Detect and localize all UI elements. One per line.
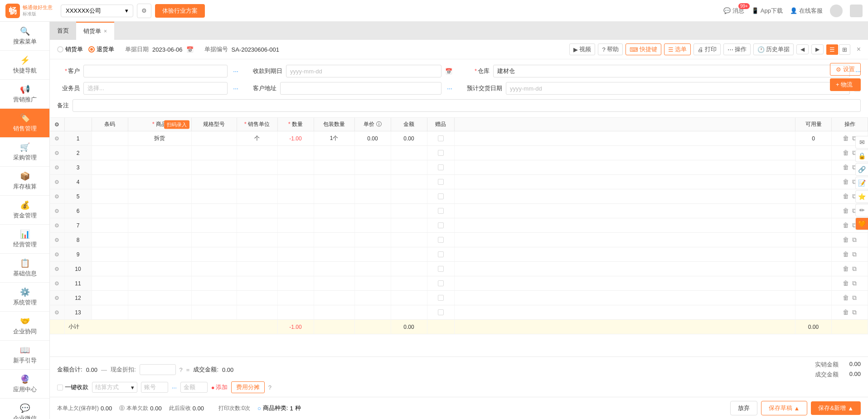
- row-gift-cell[interactable]: [427, 189, 454, 204]
- sidebar-item-quick[interactable]: ⚡ 快捷导航: [0, 51, 49, 80]
- row-barcode-cell[interactable]: [92, 218, 128, 233]
- row-gift-cell[interactable]: [427, 247, 454, 262]
- float-msg-btn[interactable]: ✉: [855, 136, 868, 149]
- company-selector[interactable]: XXXXXX公司 ▾: [61, 5, 133, 17]
- sidebar-item-purchase[interactable]: 🛒 采购管理: [0, 138, 49, 167]
- row-unit-cell[interactable]: 个: [237, 131, 277, 146]
- next-btn[interactable]: ▶: [811, 44, 824, 54]
- row-product-cell[interactable]: [128, 204, 191, 218]
- delete-icon[interactable]: 🗑: [843, 193, 849, 200]
- row-amount-cell[interactable]: [391, 247, 427, 262]
- row-pkg-cell[interactable]: [314, 218, 354, 233]
- row-product-cell[interactable]: [128, 291, 191, 305]
- float-note-btn[interactable]: 📝: [855, 177, 868, 189]
- date-calendar-icon[interactable]: 📅: [186, 46, 194, 53]
- row-gift-cell[interactable]: [427, 233, 454, 247]
- delete-icon[interactable]: 🗑: [843, 308, 849, 316]
- row-spec-cell[interactable]: [191, 233, 237, 247]
- save-draft-btn[interactable]: 保存草稿 ▲: [761, 401, 808, 415]
- row-barcode-cell[interactable]: [92, 160, 128, 175]
- row-price-cell[interactable]: 0.00: [354, 131, 391, 146]
- row-product-cell[interactable]: [128, 218, 191, 233]
- row-product-cell[interactable]: [128, 146, 191, 160]
- delete-icon[interactable]: 🗑: [843, 250, 849, 258]
- row-product-cell[interactable]: [128, 189, 191, 204]
- row-amount-cell[interactable]: [391, 189, 427, 204]
- row-price-cell[interactable]: [354, 305, 391, 320]
- row-amount-cell[interactable]: [391, 305, 427, 320]
- avatar[interactable]: [830, 5, 843, 17]
- row-qty-cell[interactable]: [277, 160, 314, 175]
- row-gift-cell[interactable]: [427, 175, 454, 189]
- copy-icon[interactable]: ⧉: [852, 265, 857, 272]
- row-pkg-cell[interactable]: [314, 189, 354, 204]
- row-product-cell[interactable]: [128, 262, 191, 276]
- settings-gear-btn[interactable]: ⚙: [137, 4, 151, 18]
- select-order-btn[interactable]: ☰ 选单: [664, 43, 691, 55]
- row-spec-cell[interactable]: [191, 204, 237, 218]
- sidebar-item-wechat[interactable]: 💬 企业微信: [0, 399, 49, 419]
- row-spec-cell[interactable]: [191, 160, 237, 175]
- delivery-date-input[interactable]: yyyy-mm-dd: [506, 82, 850, 95]
- row-gift-cell[interactable]: [427, 305, 454, 320]
- row-gift-cell[interactable]: [427, 131, 454, 146]
- row-amount-cell[interactable]: [391, 291, 427, 305]
- float-orange-btn[interactable]: 🧡: [855, 217, 868, 230]
- row-amount-cell[interactable]: [391, 204, 427, 218]
- row-barcode-cell[interactable]: [92, 175, 128, 189]
- settings-btn[interactable]: ⚙ 设置: [830, 63, 861, 76]
- sidebar-item-search[interactable]: 🔍 搜索菜单: [0, 22, 49, 51]
- salesperson-ellipsis-btn[interactable]: ···: [233, 85, 238, 92]
- row-pkg-cell[interactable]: [314, 204, 354, 218]
- row-unit-cell[interactable]: [237, 204, 277, 218]
- row-unit-cell[interactable]: [237, 160, 277, 175]
- delete-icon[interactable]: 🗑: [843, 149, 849, 156]
- row-price-cell[interactable]: [354, 247, 391, 262]
- copy-icon[interactable]: ⧉: [852, 236, 857, 243]
- row-unit-cell[interactable]: [237, 218, 277, 233]
- row-amount-cell[interactable]: 0.00: [391, 131, 427, 146]
- row-product-cell[interactable]: [128, 233, 191, 247]
- print-btn[interactable]: 🖨 打印: [693, 43, 721, 55]
- row-product-cell[interactable]: 拆货: [128, 131, 191, 146]
- abandon-btn[interactable]: 放弃: [730, 401, 757, 415]
- message-btn[interactable]: 💬 消息 99+: [723, 7, 744, 15]
- row-price-cell[interactable]: [354, 233, 391, 247]
- row-price-cell[interactable]: [354, 204, 391, 218]
- row-qty-cell[interactable]: [277, 189, 314, 204]
- row-barcode-cell[interactable]: [92, 276, 128, 291]
- row-spec-cell[interactable]: [191, 262, 237, 276]
- sidebar-item-guide[interactable]: 📖 新手引导: [0, 341, 49, 370]
- row-barcode-cell[interactable]: [92, 233, 128, 247]
- delete-icon[interactable]: 🗑: [843, 178, 849, 185]
- row-gift-cell[interactable]: [427, 291, 454, 305]
- row-unit-cell[interactable]: [237, 276, 277, 291]
- row-barcode-cell[interactable]: [92, 146, 128, 160]
- tab-home[interactable]: 首页: [50, 22, 76, 40]
- row-spec-cell[interactable]: [191, 218, 237, 233]
- copy-icon[interactable]: ⧉: [852, 308, 857, 316]
- row-barcode-cell[interactable]: [92, 305, 128, 320]
- row-price-cell[interactable]: [354, 276, 391, 291]
- row-pkg-cell[interactable]: [314, 233, 354, 247]
- row-barcode-cell[interactable]: [92, 131, 128, 146]
- warehouse-input[interactable]: 建材仓: [493, 65, 850, 77]
- trial-btn[interactable]: 体验行业方案: [155, 4, 205, 18]
- row-spec-cell[interactable]: [191, 189, 237, 204]
- row-unit-cell[interactable]: [237, 262, 277, 276]
- radio-return[interactable]: 退货单: [88, 45, 114, 53]
- row-product-cell[interactable]: [128, 247, 191, 262]
- row-pkg-cell[interactable]: [314, 247, 354, 262]
- row-unit-cell[interactable]: [237, 189, 277, 204]
- sidebar-item-finance[interactable]: 💰 资金管理: [0, 196, 49, 225]
- due-date-calendar-icon[interactable]: 📅: [445, 68, 452, 75]
- tab-close-icon[interactable]: ×: [104, 28, 107, 34]
- float-star-btn[interactable]: ⭐: [855, 190, 868, 203]
- row-pkg-cell[interactable]: [314, 262, 354, 276]
- copy-icon[interactable]: ⧉: [852, 279, 857, 287]
- sidebar-item-system[interactable]: ⚙️ 系统管理: [0, 283, 49, 312]
- row-gift-cell[interactable]: [427, 276, 454, 291]
- row-amount-cell[interactable]: [391, 175, 427, 189]
- delete-icon[interactable]: 🗑: [843, 164, 849, 171]
- row-price-cell[interactable]: [354, 160, 391, 175]
